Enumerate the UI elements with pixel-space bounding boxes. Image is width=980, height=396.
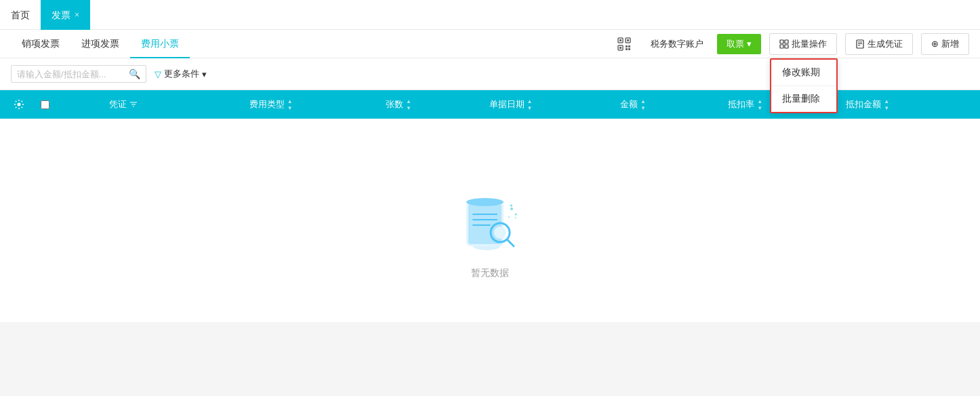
top-navigation: 首页 发票 × bbox=[0, 0, 980, 30]
svg-rect-11 bbox=[785, 40, 788, 43]
take-ticket-label: 取票 bbox=[727, 38, 744, 50]
batch-op-label: 批量操作 bbox=[792, 38, 827, 50]
batch-operations-dropdown: 修改账期 批量删除 bbox=[770, 58, 838, 113]
modify-period-menu-item[interactable]: 修改账期 bbox=[771, 60, 836, 85]
svg-point-31 bbox=[508, 216, 510, 218]
take-ticket-button[interactable]: 取票 ▾ bbox=[717, 34, 761, 54]
add-new-button[interactable]: ⊕ 新增 bbox=[921, 33, 969, 55]
expense-type-sort[interactable]: ▲ ▼ bbox=[287, 98, 293, 111]
invoice-tab-label: 发票 bbox=[52, 0, 70, 30]
th-expense-type: 费用类型 ▲ ▼ bbox=[190, 98, 352, 111]
svg-text:✦: ✦ bbox=[509, 203, 514, 209]
tab-sales-invoice[interactable]: 销项发票 bbox=[11, 31, 70, 58]
th-settings[interactable] bbox=[5, 99, 33, 110]
th-voucher: 凭证 bbox=[57, 98, 190, 111]
svg-rect-1 bbox=[619, 39, 621, 41]
digital-account-button[interactable]: 税务数字账户 bbox=[645, 38, 709, 50]
plus-icon: ⊕ bbox=[931, 39, 939, 49]
date-sort[interactable]: ▲ ▼ bbox=[527, 98, 533, 111]
svg-rect-10 bbox=[780, 40, 783, 43]
home-nav-item[interactable]: 首页 bbox=[0, 0, 41, 30]
sub-navigation: 销项发票 进项发票 费用小票 税务数字账户 bbox=[0, 30, 980, 58]
generate-voucher-button[interactable]: 生成凭证 bbox=[845, 33, 913, 55]
th-deduction-rate-label: 抵扣率 bbox=[728, 98, 754, 111]
search-icon[interactable]: 🔍 bbox=[129, 68, 140, 79]
svg-rect-5 bbox=[619, 47, 621, 49]
select-all-checkbox[interactable] bbox=[41, 100, 49, 109]
svg-rect-9 bbox=[628, 48, 630, 50]
more-conditions-button[interactable]: ▽ 更多条件 ▾ bbox=[155, 68, 207, 80]
batch-operation-button[interactable]: 批量操作 bbox=[769, 33, 837, 55]
svg-rect-6 bbox=[626, 45, 628, 47]
tab-expense-ticket[interactable]: 费用小票 bbox=[130, 31, 190, 58]
svg-rect-13 bbox=[785, 45, 788, 48]
generate-voucher-label: 生成凭证 bbox=[867, 38, 903, 50]
th-count: 张数 ▲ ▼ bbox=[352, 98, 445, 111]
add-new-label: 新增 bbox=[941, 38, 959, 50]
count-sort[interactable]: ▲ ▼ bbox=[406, 98, 411, 111]
search-input-wrapper: 🔍 bbox=[11, 65, 146, 83]
svg-text:✦: ✦ bbox=[514, 216, 517, 220]
deduction-amount-sort[interactable]: ▲ ▼ bbox=[884, 98, 889, 111]
svg-rect-12 bbox=[780, 45, 783, 48]
search-input[interactable] bbox=[17, 69, 125, 79]
batch-delete-menu-item[interactable]: 批量删除 bbox=[771, 86, 836, 112]
svg-rect-3 bbox=[627, 39, 629, 41]
chevron-down-icon: ▾ bbox=[747, 39, 752, 49]
th-deduction-amount-label: 抵扣金额 bbox=[846, 98, 881, 111]
generate-voucher-icon bbox=[855, 39, 865, 49]
th-count-label: 张数 bbox=[386, 98, 403, 111]
th-checkbox[interactable] bbox=[33, 100, 57, 109]
th-expense-type-label: 费用类型 bbox=[249, 98, 285, 111]
svg-rect-8 bbox=[626, 48, 628, 50]
th-date: 单据日期 ▲ ▼ bbox=[445, 98, 577, 111]
batch-op-icon bbox=[779, 39, 789, 49]
tab-purchase-invoice[interactable]: 进项发票 bbox=[70, 31, 130, 58]
svg-rect-7 bbox=[628, 45, 630, 47]
chevron-down-icon: ▾ bbox=[202, 69, 207, 79]
empty-state-text: 暂无数据 bbox=[471, 267, 509, 279]
sub-nav-actions: 税务数字账户 取票 ▾ 批量操作 bbox=[611, 33, 969, 55]
th-amount-label: 金额 bbox=[620, 98, 638, 111]
invoice-tab[interactable]: 发票 × bbox=[41, 0, 90, 30]
more-conditions-label: 更多条件 bbox=[164, 68, 199, 80]
qr-code-icon-button[interactable] bbox=[611, 37, 637, 52]
voucher-filter-icon[interactable] bbox=[129, 100, 138, 108]
filter-icon: ▽ bbox=[155, 69, 161, 79]
deduction-rate-sort[interactable]: ▲ ▼ bbox=[757, 98, 762, 111]
empty-state: ✦ ✦ 暂无数据 bbox=[0, 119, 980, 322]
empty-state-icon: ✦ ✦ bbox=[449, 189, 531, 256]
th-amount: 金额 ▲ ▼ bbox=[577, 98, 689, 111]
th-date-label: 单据日期 bbox=[489, 98, 525, 111]
svg-point-22 bbox=[466, 198, 504, 206]
svg-point-18 bbox=[18, 103, 21, 106]
svg-point-27 bbox=[494, 226, 506, 239]
svg-line-28 bbox=[507, 239, 514, 246]
close-icon[interactable]: × bbox=[75, 0, 79, 30]
amount-sort[interactable]: ▲ ▼ bbox=[640, 98, 646, 111]
sub-nav-tabs: 销项发票 进项发票 费用小票 bbox=[11, 30, 190, 58]
